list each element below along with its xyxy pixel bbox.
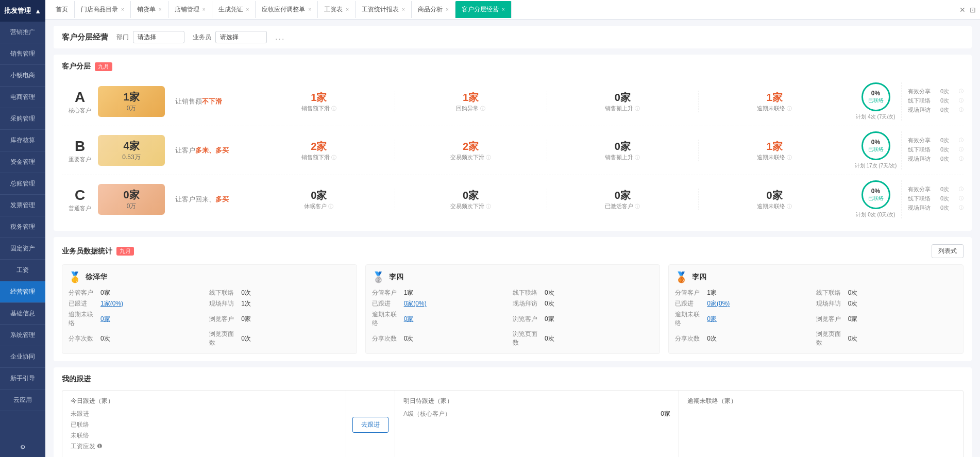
tab-工资表[interactable]: 工资表× [318,1,356,18]
staff-stat-label: 浏览页面数 [513,330,543,347]
close-all-icon[interactable]: ✕ [959,6,966,14]
staff-section-title: 业务员数据统计 [62,247,112,256]
tab-生成凭证[interactable]: 生成凭证× [212,1,256,18]
staff-stat-val: 0家 [545,315,554,324]
sidebar-item-基础信息[interactable]: 基础信息 [0,303,45,325]
tab-销货单[interactable]: 销货单× [131,1,168,18]
sidebar-item-采购管理[interactable]: 采购管理 [0,108,45,130]
staff-header-left: 业务员数据统计 九月 [62,247,134,256]
staff-stat-label: 分享次数 [675,334,705,343]
sidebar-item-库存核算[interactable]: 库存核算 [0,130,45,151]
stat-item: 2家销售额下滑 ⓘ [243,140,395,161]
tab-close-icon[interactable]: × [446,7,449,12]
filter-more[interactable]: ... [275,32,285,42]
tab-首页[interactable]: 首页 [49,1,75,18]
sidebar-item-云应用[interactable]: 云应用 [0,390,45,411]
tab-close-icon[interactable]: × [121,7,124,12]
tab-门店商品目录[interactable]: 门店商品目录× [75,1,131,18]
tab-bar: 首页门店商品目录×销货单×店铺管理×生成凭证×应收应付调整单×工资表×工资统计报… [45,0,980,20]
stat-label: 回购异常 ⓘ [399,105,543,112]
sidebar-item-小畅电商[interactable]: 小畅电商 [0,65,45,87]
staff-select[interactable]: 请选择 [215,31,267,43]
tab-close-icon[interactable]: × [159,7,162,12]
stat-num: 0家 [551,91,695,105]
main-area: 首页门店商品目录×销货单×店铺管理×生成凭证×应收应付调整单×工资表×工资统计报… [45,0,980,457]
tab-工资统计报表[interactable]: 工资统计报表× [356,1,412,18]
staff-stat-val[interactable]: 0家 [404,315,414,324]
stat-item: 0家销售额上升 ⓘ [547,140,699,161]
tab-close-icon[interactable]: × [308,7,311,12]
followup-section: 我的跟进 今日跟进（家） 未跟进 已联络 未联络 [54,367,972,457]
sidebar-item-营销推广[interactable]: 营销推广 [0,22,45,43]
tab-客户分层经营[interactable]: 客户分层经营× [455,1,512,18]
stat-num: 0家 [399,189,543,202]
sidebar-item-总账管理[interactable]: 总账管理 [0,173,45,195]
right-stat-label: 线下联络 [908,146,931,154]
staff-stat-row: 浏览页面数0次 [816,330,957,347]
staff-stat-val[interactable]: 0家(0%) [707,299,730,308]
staff-stat-label: 分管客户 [69,289,98,297]
stat-num: 1家 [247,91,391,105]
sidebar-item-电商管理[interactable]: 电商管理 [0,87,45,108]
sidebar-item-新手引导[interactable]: 新手引导 [0,368,45,390]
today-label-1: 未跟进 [71,410,89,418]
right-stat-label: 线下联络 [908,195,931,202]
stat-label: 销售额上升 ⓘ [551,154,695,161]
stat-label: 交易频次下滑 ⓘ [399,202,543,210]
today-followup-col: 今日跟进（家） 未跟进 已联络 未联络 工资应发 ❶ [62,391,346,457]
staff-stat-row: 线下联络0次 [816,289,957,297]
staff-card-0: 🥇徐泽华分管客户0家线下联络0次已跟进1家(0%)现场拜访1次逾期未联络0家浏览… [62,264,357,354]
tier-name: 普通客户 [62,205,98,212]
sidebar-item-发票管理[interactable]: 发票管理 [0,195,45,216]
sidebar-collapse-icon[interactable]: ▲ [35,7,41,15]
tier-amount-B: 4家0.53万 [98,135,165,166]
sidebar-item-销售管理[interactable]: 销售管理 [0,43,45,65]
staff-stat-val[interactable]: 0家 [707,315,717,324]
content-area: 客户分层经营 部门 请选择 业务员 请选择 ... 客户分层 九月 A核心客户1… [45,20,980,457]
staff-stat-label: 已跟进 [675,299,705,308]
sidebar-item-固定资产[interactable]: 固定资产 [0,238,45,260]
tier-amount-A: 1家0万 [98,86,165,117]
staff-stat-val[interactable]: 0家(0%) [404,299,427,308]
tab-close-icon[interactable]: × [202,7,206,12]
list-view-button[interactable]: 列表式 [932,244,964,258]
staff-stat-row: 线下联络0次 [513,289,653,297]
tab-close-icon[interactable]: × [502,7,505,12]
today-row-2: 已联络 [71,420,337,429]
sidebar-top[interactable]: 批发管理 ▲ [0,0,45,22]
sidebar-gear[interactable]: ⚙ [0,437,45,457]
staff-stat-val: 0次 [545,289,554,297]
right-stats-C: 有效分享0次ⓘ线下联络0次ⓘ现场拜访0次ⓘ [902,185,964,213]
right-stat-row: 线下联络0次ⓘ [908,195,964,202]
sidebar-item-系统管理[interactable]: 系统管理 [0,325,45,346]
tab-应收应付调整单[interactable]: 应收应付调整单× [256,1,318,18]
maximize-icon[interactable]: ⊡ [970,6,976,14]
tier-letter: B [62,138,98,155]
stat-label: 交易频次下滑 ⓘ [399,154,543,161]
staff-stat-val[interactable]: 1家(0%) [100,299,123,308]
contact-pct: 0% [871,90,880,97]
tier-count: 0家 [106,188,157,202]
tab-bar-actions[interactable]: ✕ ⊡ [959,6,976,14]
page-title: 客户分层经营 [62,32,108,42]
tomorrow-label-1: A级（核心客户） [403,410,451,418]
tab-close-icon[interactable]: × [246,7,249,12]
sidebar-item-税务管理[interactable]: 税务管理 [0,216,45,238]
stat-label: 销售额上升 ⓘ [551,105,695,112]
tab-店铺管理[interactable]: 店铺管理× [168,1,212,18]
staff-name-row: 🥇徐泽华 [69,271,350,283]
tab-close-icon[interactable]: × [402,7,405,12]
staff-stat-val[interactable]: 0家 [100,315,110,324]
tier-stats-B: 2家销售额下滑 ⓘ2家交易频次下滑 ⓘ0家销售额上升 ⓘ1家逾期未联络 ⓘ [243,140,850,161]
tab-close-icon[interactable]: × [346,7,349,12]
sidebar-item-工资[interactable]: 工资 [0,260,45,281]
sidebar-item-资金管理[interactable]: 资金管理 [0,151,45,173]
staff-stat-label: 已跟进 [69,299,98,308]
sidebar-item-企业协同[interactable]: 企业协同 [0,346,45,368]
right-stat-row: 有效分享0次ⓘ [908,185,964,193]
tab-商品分析[interactable]: 商品分析× [412,1,455,18]
tier-letter: A [62,89,98,106]
goto-followup-button[interactable]: 去跟进 [352,417,388,433]
dept-select[interactable]: 请选择 [133,31,184,43]
sidebar-item-经营管理[interactable]: 经营管理 [0,281,45,303]
